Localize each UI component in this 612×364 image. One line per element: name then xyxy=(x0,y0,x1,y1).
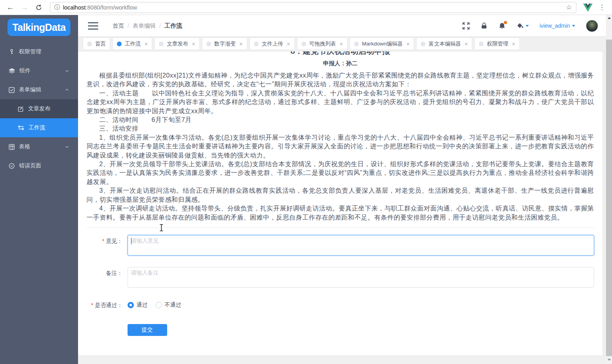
caret-down-icon xyxy=(526,25,529,27)
scroll-down-arrow[interactable] xyxy=(606,357,612,363)
note-label: 备注： xyxy=(87,267,128,279)
bookmark-star-icon[interactable]: ☆ xyxy=(566,3,572,11)
tab-close-icon[interactable]: × xyxy=(339,41,343,47)
section-divider xyxy=(87,228,594,228)
pass-label: *是否通过： xyxy=(87,299,128,311)
document-title: 8：建党节庆祝活动启动申报 xyxy=(87,51,594,56)
tab-label: 权限管理 xyxy=(487,40,508,47)
opinion-textarea[interactable] xyxy=(128,235,594,256)
radio-pass[interactable]: 通过 xyxy=(128,301,148,309)
sad-face-icon xyxy=(9,163,15,169)
scroll-up-arrow[interactable] xyxy=(606,15,612,21)
browser-back-button[interactable]: ← xyxy=(4,1,17,14)
tab-dot-icon xyxy=(117,42,122,46)
tab-dot-icon xyxy=(254,42,259,46)
submit-button[interactable]: 提交 xyxy=(128,324,167,336)
username: iview_admin xyxy=(540,23,570,29)
table-icon xyxy=(9,144,15,150)
sidebar-item-workflow[interactable]: 工作流 xyxy=(0,118,78,137)
radio-selected-icon xyxy=(128,302,134,308)
tab-label: 文件上传 xyxy=(262,40,283,47)
sidebar-item-label: 表单编辑 xyxy=(19,86,60,93)
tab-close-icon[interactable]: × xyxy=(406,41,410,47)
document-applicant: 申报人：孙二 xyxy=(87,60,594,67)
sidebar-item-permission[interactable]: 权限管理 xyxy=(0,42,78,61)
scrollbar-thumb[interactable] xyxy=(606,40,612,356)
browser-forward-button[interactable]: → xyxy=(18,1,31,14)
app-logo[interactable]: TalkingData xyxy=(8,19,71,36)
tab-workflow[interactable]: 工作流 × xyxy=(112,38,152,50)
tab-close-icon[interactable]: × xyxy=(464,41,468,47)
note-textarea[interactable] xyxy=(128,267,594,288)
triangle-down-icon xyxy=(608,359,611,361)
vue-devtools-extension[interactable] xyxy=(581,3,595,12)
tab-label: 文章发布 xyxy=(167,40,188,47)
user-menu[interactable]: iview_admin xyxy=(540,23,575,29)
tab-close-icon[interactable]: × xyxy=(239,41,243,47)
tab-rich-text-editor[interactable]: 富文本编辑器 × xyxy=(416,38,472,50)
tab-close-icon[interactable]: × xyxy=(512,41,515,47)
document-paragraph: 3、开展一次走访慰问活动。结合正在开展的群众路线教育实践活动，各党总支部负责人要… xyxy=(87,186,594,204)
tab-label: 工作流 xyxy=(125,40,141,47)
sidebar-item-article-publish[interactable]: 文章发布 xyxy=(0,99,78,118)
tab-close-icon[interactable]: × xyxy=(192,41,195,47)
fullscreen-button[interactable] xyxy=(462,22,470,30)
radio-fail-label: 不通过 xyxy=(165,301,181,309)
tab-label: 可拖拽列表 xyxy=(309,40,336,47)
tab-close-icon[interactable]: × xyxy=(287,41,290,47)
tab-number-gradient[interactable]: 数字渐变 × xyxy=(202,38,247,50)
document-paragraph: 三、活动安排 xyxy=(87,124,594,133)
top-header: 首页 / 表单编辑 / 工作流 xyxy=(78,15,606,36)
page-info-icon[interactable]: ⓘ xyxy=(54,4,60,11)
sidebar-collapse-button[interactable] xyxy=(88,22,98,30)
tab-close-icon[interactable]: × xyxy=(145,41,148,47)
tab-permission[interactable]: 权限管理 × xyxy=(475,38,520,50)
document-paragraph: 根据县委组织部(组织[20xx]21)文件通知精神，为纪念中国共产党建党xx周年… xyxy=(87,71,594,89)
sidebar-item-table[interactable]: 表格 xyxy=(0,137,78,156)
browser-reload-button[interactable] xyxy=(32,1,45,14)
tab-label: 首页 xyxy=(95,40,106,47)
theme-switch-button[interactable] xyxy=(517,22,529,29)
browser-menu-button[interactable]: ⋮ xyxy=(596,3,608,11)
notifications-button[interactable] xyxy=(498,22,506,30)
tab-markdown-editor[interactable]: Markdown编辑器 × xyxy=(350,38,414,50)
tab-label: Markdown编辑器 xyxy=(362,40,403,47)
radio-fail[interactable]: 不通过 xyxy=(156,301,181,309)
radio-unselected-icon xyxy=(156,302,162,308)
layers-icon xyxy=(9,68,15,74)
open-tabs-bar: 首页 工作流 × 文章发布 × 数字渐变 × 文件上传 × xyxy=(78,36,606,51)
breadcrumb-separator: / xyxy=(159,23,161,29)
sidebar-item-error-page[interactable]: 错误页面 xyxy=(0,156,78,175)
tab-article-publish[interactable]: 文章发布 × xyxy=(154,38,200,50)
tab-file-upload[interactable]: 文件上传 × xyxy=(250,38,295,50)
key-icon xyxy=(9,49,15,55)
reload-icon xyxy=(36,4,42,11)
document-paragraph: 二、活动时间 6月下旬至7月 xyxy=(87,116,594,124)
page-scrollbar[interactable] xyxy=(606,15,612,364)
tab-draggable-list[interactable]: 可拖拽列表 × xyxy=(297,38,347,50)
tab-dot-icon xyxy=(159,42,164,46)
breadcrumb-form-edit[interactable]: 表单编辑 xyxy=(133,22,156,30)
lock-screen-button[interactable] xyxy=(480,22,488,29)
sidebar-item-components[interactable]: 组件 xyxy=(0,61,78,80)
document-body: 根据县委组织部(组织[20xx]21)文件通知精神，为纪念中国共产党建党xx周年… xyxy=(87,71,594,222)
sidebar-menu: 权限管理 组件 表单编辑 文章发布 工作流 表格 xyxy=(0,42,78,175)
breadcrumb-home[interactable]: 首页 xyxy=(112,22,124,30)
paint-bucket-icon xyxy=(517,22,524,29)
tab-dot-icon xyxy=(301,42,306,46)
sidebar-item-label: 工作流 xyxy=(29,124,69,131)
address-bar[interactable]: ⓘ localhost:8080/form/workflow ☆ xyxy=(50,2,576,13)
workflow-content-card: 8：建党节庆祝活动启动申报 申报人：孙二 根据县委组织部(组织[20xx]21)… xyxy=(78,51,602,355)
tab-home[interactable]: 首页 xyxy=(83,38,110,50)
document-paragraph: 1、组织党员开展一次集体学习活动。各党(总)支部要组织开展一次集体学习讨论，重点… xyxy=(87,133,594,160)
chevron-up-icon xyxy=(65,87,69,92)
sidebar-item-label: 权限管理 xyxy=(19,48,69,55)
tab-dot-icon xyxy=(421,42,425,46)
sidebar: TalkingData 权限管理 组件 表单编辑 文章发布 xyxy=(0,15,78,364)
tab-dot-icon xyxy=(354,42,359,46)
approval-form: *意见： 备注： *是否通过： xyxy=(87,235,594,336)
url-path: :8080/form/workflow xyxy=(86,4,137,11)
avatar[interactable] xyxy=(586,20,598,32)
tab-label: 富文本编辑器 xyxy=(429,40,461,47)
sidebar-item-form-edit[interactable]: 表单编辑 xyxy=(0,80,78,99)
